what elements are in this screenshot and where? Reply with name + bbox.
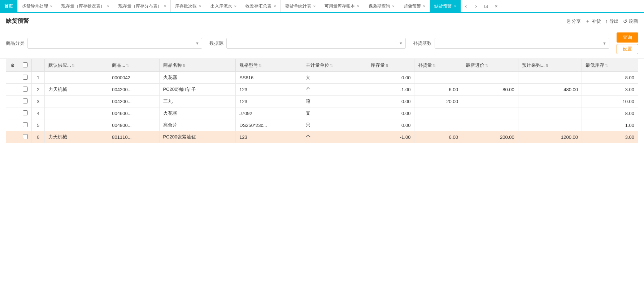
row-supplier — [45, 119, 108, 131]
filter-bar: 商品分类 ▼ 数据源 可用量 ▼ 补货基数 安全库存 ▼ 查询 设置 — [0, 28, 644, 59]
row-gear-cell — [6, 72, 19, 84]
settings-button[interactable]: 设置 — [617, 44, 638, 54]
datasource-label: 数据源 — [209, 40, 223, 47]
row-spec: 123 — [236, 84, 302, 96]
col-gear[interactable]: ⚙ — [6, 59, 19, 72]
tab-close-all-btn[interactable]: × — [491, 0, 501, 12]
col-supplier[interactable]: 默认供应...⇅ — [45, 59, 108, 72]
row-latest-price — [462, 107, 518, 119]
table-row: 6 力天机械 801110... PC200张紧油缸 123 个 -1.00 6… — [6, 131, 638, 143]
col-stock-qty[interactable]: 库存量⇅ — [367, 59, 414, 72]
tab-abnormal[interactable]: 拣货异常处理× — [18, 0, 57, 12]
col-product-name[interactable]: 商品名称⇅ — [159, 59, 236, 72]
share-action[interactable]: ⎘ 分享 — [567, 18, 581, 25]
tab-available[interactable]: 可用量库存账本× — [320, 0, 364, 12]
tab-flow[interactable]: 出入库流水× — [206, 0, 241, 12]
row-checkbox[interactable] — [23, 122, 28, 127]
tab-close-batch[interactable]: × — [199, 4, 201, 8]
row-checkbox-cell[interactable] — [19, 119, 32, 131]
header-actions: ⎘ 分享 ＋ 补货 ↑ 导出 ↺ 刷新 — [567, 18, 638, 25]
tab-collect[interactable]: 收发存汇总表× — [241, 0, 280, 12]
category-label: 商品分类 — [6, 40, 25, 47]
row-spec: 123 — [236, 131, 302, 143]
query-button[interactable]: 查询 — [617, 32, 638, 43]
tab-restore-btn[interactable]: ⊡ — [481, 0, 491, 12]
col-replenish-qty[interactable]: 补货量⇅ — [414, 59, 462, 72]
datasource-dropdown-wrapper: 可用量 ▼ — [226, 38, 406, 49]
row-checkbox-cell[interactable] — [19, 84, 32, 96]
tab-requisition[interactable]: 要货单统计表× — [281, 0, 320, 12]
tab-close-shortage[interactable]: × — [454, 4, 456, 8]
row-checkbox[interactable] — [23, 75, 28, 80]
category-input[interactable] — [27, 38, 202, 49]
table-body: 1 0000042 火花塞 SS816 支 0.00 8.00 2 力天机械 0… — [6, 72, 638, 143]
tab-next-btn[interactable]: › — [471, 0, 481, 12]
row-replenish-qty: 6.00 — [414, 84, 462, 96]
col-min-stock[interactable]: 最低库存⇅ — [582, 59, 638, 72]
row-checkbox-cell[interactable] — [19, 107, 32, 119]
tab-shortage[interactable]: 缺货预警× — [430, 0, 461, 12]
refresh-action[interactable]: ↺ 刷新 — [623, 18, 638, 25]
col-latest-price[interactable]: 最新进价⇅ — [462, 59, 518, 72]
row-latest-price — [462, 119, 518, 131]
tab-close-overstock[interactable]: × — [423, 4, 425, 8]
export-icon: ↑ — [605, 18, 608, 24]
tab-close-requisition[interactable]: × — [313, 4, 316, 8]
replenish-base-dropdown-wrapper: 安全库存 ▼ — [435, 38, 609, 49]
row-checkbox[interactable] — [23, 98, 28, 103]
row-latest-price — [462, 72, 518, 84]
row-product-name: 离合片 — [159, 119, 236, 131]
select-all-checkbox[interactable] — [23, 62, 28, 67]
col-checkbox-header[interactable] — [19, 59, 32, 72]
tab-close-inventory-dist[interactable]: × — [164, 4, 166, 8]
tab-expiry[interactable]: 保质期查询× — [364, 0, 399, 12]
col-est-purchase[interactable]: 预计采购...⇅ — [518, 59, 582, 72]
row-checkbox-cell[interactable] — [19, 72, 32, 84]
row-spec: DS250*23c... — [236, 119, 302, 131]
row-replenish-qty — [414, 72, 462, 84]
row-product-name: PC200张紧油缸 — [159, 131, 236, 143]
tab-inventory-status[interactable]: 现存量（库存状况表）× — [57, 0, 114, 12]
col-unit[interactable]: 主计量单位⇅ — [302, 59, 367, 72]
row-product-name: 三九 — [159, 96, 236, 107]
export-action[interactable]: ↑ 导出 — [605, 18, 619, 25]
supplier-sort-icon: ⇅ — [72, 63, 75, 67]
row-product-name: PC200油缸缸子 — [159, 84, 236, 96]
datasource-input[interactable]: 可用量 — [226, 38, 406, 49]
row-checkbox[interactable] — [23, 87, 28, 92]
row-spec: SS816 — [236, 72, 302, 84]
tab-close-collect[interactable]: × — [274, 4, 276, 8]
row-stock-qty: 0.00 — [367, 107, 414, 119]
tab-close-abnormal[interactable]: × — [50, 4, 52, 8]
tab-inventory-dist[interactable]: 现存量（库存分布表）× — [114, 0, 171, 12]
col-num — [32, 59, 45, 72]
tab-overstock[interactable]: 超储预警× — [399, 0, 430, 12]
tab-close-available[interactable]: × — [357, 4, 359, 8]
tab-close-expiry[interactable]: × — [392, 4, 395, 8]
replenish-action[interactable]: ＋ 补货 — [585, 18, 601, 25]
row-stock-qty: -1.00 — [367, 131, 414, 143]
tab-home[interactable]: 首页 — [0, 0, 18, 12]
row-supplier: 力天机械 — [45, 84, 108, 96]
row-unit: 支 — [302, 72, 367, 84]
replenish-base-input[interactable]: 安全库存 — [435, 38, 609, 49]
col-product-code[interactable]: 商品...⇅ — [108, 59, 159, 72]
col-spec[interactable]: 规格型号⇅ — [236, 59, 302, 72]
tab-prev-btn[interactable]: ‹ — [461, 0, 471, 12]
row-checkbox-cell[interactable] — [19, 131, 32, 143]
row-est-purchase: 480.00 — [518, 84, 582, 96]
tab-close-inventory-status[interactable]: × — [107, 4, 109, 8]
tab-close-flow[interactable]: × — [234, 4, 236, 8]
row-gear-cell — [6, 119, 19, 131]
row-replenish-qty: 6.00 — [414, 131, 462, 143]
table-row: 3 004200... 三九 123 箱 0.00 20.00 10.00 — [6, 96, 638, 107]
est-purchase-sort-icon: ⇅ — [545, 63, 548, 67]
filter-actions: 查询 设置 — [617, 32, 638, 54]
row-checkbox-cell[interactable] — [19, 96, 32, 107]
row-product-code: 0000042 — [108, 72, 159, 84]
tab-batch[interactable]: 库存批次账× — [171, 0, 206, 12]
row-checkbox[interactable] — [23, 110, 28, 115]
row-stock-qty: 0.00 — [367, 119, 414, 131]
row-min-stock: 8.00 — [582, 107, 638, 119]
row-checkbox[interactable] — [23, 134, 28, 139]
